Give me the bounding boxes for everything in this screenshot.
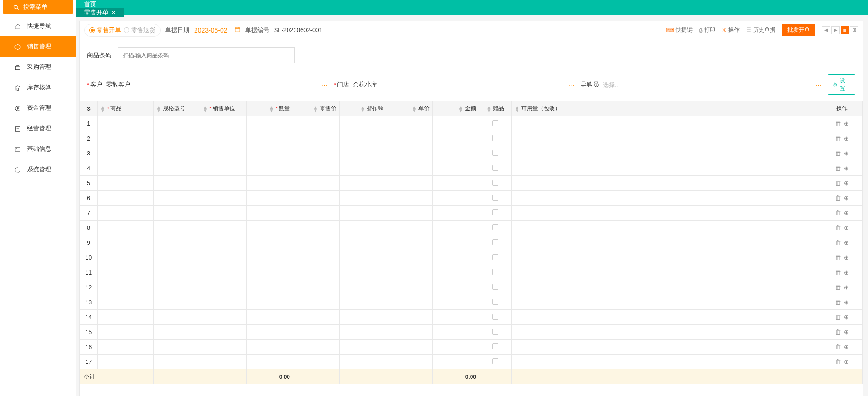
add-row-icon[interactable]: ⊕ [844,150,849,157]
add-row-icon[interactable]: ⊕ [844,135,849,142]
delete-icon[interactable]: 🗑 [835,254,841,261]
cell-spec[interactable] [154,191,200,206]
checkbox-icon[interactable] [492,358,498,364]
cell-amount[interactable] [433,191,479,206]
cell-discount[interactable] [340,250,386,265]
guide-input[interactable] [603,81,815,88]
cell-unit[interactable] [200,250,247,265]
customer-field[interactable]: * 客户 零散客户 ⋯ [87,81,328,89]
cell-qty[interactable] [247,176,293,191]
delete-icon[interactable]: 🗑 [835,180,841,187]
table-row[interactable]: 16🗑⊕ [80,340,863,355]
cell-qty[interactable] [247,131,293,146]
cell-spec[interactable] [154,265,200,280]
grid-mode-button[interactable]: ⊞ [850,26,858,34]
table-row[interactable]: 11🗑⊕ [80,265,863,280]
cell-product[interactable] [98,191,154,206]
sidebar-item-cart[interactable]: 采购管理 [0,57,76,77]
tab[interactable]: 零售开单✕ [76,8,124,17]
cell-retail-price[interactable] [293,206,340,221]
cell-amount[interactable] [433,176,479,191]
cell-retail-price[interactable] [293,146,340,161]
history-link[interactable]: ☰ 历史单据 [746,26,775,34]
delete-icon[interactable]: 🗑 [835,269,841,276]
cell-retail-price[interactable] [293,295,340,310]
cell-unit-price[interactable] [386,310,433,325]
customer-picker-icon[interactable]: ⋯ [322,81,328,88]
cell-unit-price[interactable] [386,146,433,161]
add-row-icon[interactable]: ⊕ [844,343,849,350]
cell-amount[interactable] [433,280,479,295]
cell-product[interactable] [98,131,154,146]
cell-amount[interactable] [433,146,479,161]
table-row[interactable]: 12🗑⊕ [80,280,863,295]
table-row[interactable]: 14🗑⊕ [80,310,863,325]
cell-retail-price[interactable] [293,116,340,131]
cell-gift[interactable] [479,176,512,191]
add-row-icon[interactable]: ⊕ [844,195,849,201]
add-row-icon[interactable]: ⊕ [844,254,849,261]
add-row-icon[interactable]: ⊕ [844,284,849,291]
cell-spec[interactable] [154,310,200,325]
table-row[interactable]: 9🗑⊕ [80,235,863,250]
cell-retail-price[interactable] [293,280,340,295]
checkbox-icon[interactable] [492,195,498,201]
checkbox-icon[interactable] [492,135,498,141]
radio-return[interactable]: 零售退货 [124,26,155,34]
list-mode-button[interactable]: ≡ [841,26,849,34]
cell-amount[interactable] [433,325,479,340]
cell-discount[interactable] [340,355,386,369]
cell-retail-price[interactable] [293,250,340,265]
cell-spec[interactable] [154,280,200,295]
cell-unit-price[interactable] [386,131,433,146]
cell-unit[interactable] [200,131,247,146]
batch-order-button[interactable]: 批发开单 [782,24,815,36]
cell-amount[interactable] [433,206,479,221]
cell-amount[interactable] [433,131,479,146]
cell-spec[interactable] [154,250,200,265]
cell-gift[interactable] [479,265,512,280]
cell-unit-price[interactable] [386,176,433,191]
cell-qty[interactable] [247,325,293,340]
search-menu-button[interactable]: 搜索菜单 [3,0,73,14]
sidebar-item-money[interactable]: 资金管理 [0,98,76,118]
action-link[interactable]: ✳ 操作 [722,26,740,34]
sidebar-item-sale[interactable]: 销售管理 [0,36,76,57]
cell-qty[interactable] [247,221,293,235]
cell-discount[interactable] [340,191,386,206]
sidebar-item-home[interactable]: 快捷导航 [0,16,76,36]
sidebar-item-stock[interactable]: 库存核算 [0,77,76,98]
delete-icon[interactable]: 🗑 [835,239,841,246]
cell-spec[interactable] [154,235,200,250]
barcode-input[interactable] [118,47,295,63]
cell-unit[interactable] [200,325,247,340]
cell-unit[interactable] [200,310,247,325]
cell-product[interactable] [98,250,154,265]
table-row[interactable]: 15🗑⊕ [80,325,863,340]
cell-unit[interactable] [200,116,247,131]
shortcut-link[interactable]: ⌨ 快捷键 [666,26,693,34]
add-row-icon[interactable]: ⊕ [844,269,849,276]
cell-product[interactable] [98,265,154,280]
cell-discount[interactable] [340,116,386,131]
cell-discount[interactable] [340,310,386,325]
cell-unit[interactable] [200,206,247,221]
table-row[interactable]: 2🗑⊕ [80,131,863,146]
cell-retail-price[interactable] [293,340,340,355]
checkbox-icon[interactable] [492,180,498,186]
cell-discount[interactable] [340,221,386,235]
delete-icon[interactable]: 🗑 [835,120,841,127]
cell-product[interactable] [98,355,154,369]
table-row[interactable]: 3🗑⊕ [80,146,863,161]
cell-amount[interactable] [433,235,479,250]
table-row[interactable]: 10🗑⊕ [80,250,863,265]
next-button[interactable]: ▶ [831,26,840,34]
cell-gift[interactable] [479,280,512,295]
cell-discount[interactable] [340,206,386,221]
table-row[interactable]: 5🗑⊕ [80,176,863,191]
delete-icon[interactable]: 🗑 [835,165,841,172]
cell-spec[interactable] [154,146,200,161]
add-row-icon[interactable]: ⊕ [844,329,849,336]
checkbox-icon[interactable] [492,299,498,305]
store-picker-icon[interactable]: ⋯ [569,81,575,88]
